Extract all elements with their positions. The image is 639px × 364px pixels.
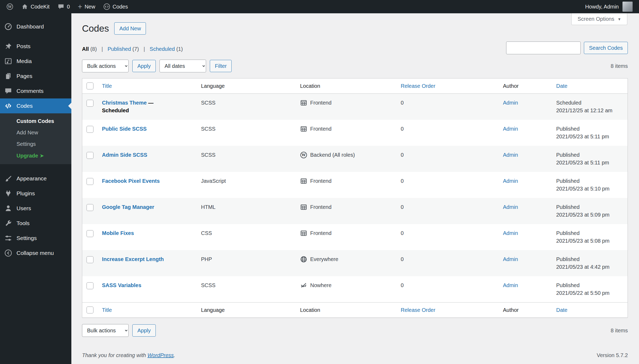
site-name-menu[interactable]: CodeKit: [21, 3, 50, 10]
column-footer-release-order[interactable]: Release Order: [401, 307, 435, 313]
submenu-item-custom-codes[interactable]: Custom Codes: [0, 115, 71, 127]
sidebar-item-label: Tools: [17, 220, 30, 226]
sidebar-item-plugins[interactable]: Plugins: [0, 186, 71, 201]
select-row-checkbox[interactable]: [87, 204, 93, 211]
submenu-item-add-new[interactable]: Add New: [0, 127, 71, 138]
author-link[interactable]: Admin: [503, 282, 518, 288]
sidebar-item-users[interactable]: Users: [0, 201, 71, 216]
table-row: Google Tag Manager HTML Frontend 0 Admin…: [82, 198, 628, 224]
table-footer-row: Title Language Location Release Order Au…: [82, 303, 628, 318]
new-content-menu[interactable]: + New: [78, 3, 95, 10]
footer-thanks-prefix: Thank you for creating with: [82, 352, 148, 358]
apply-button[interactable]: Apply: [132, 60, 156, 72]
view-scheduled[interactable]: Scheduled: [150, 46, 175, 52]
sidebar-item-appearance[interactable]: Appearance: [0, 171, 71, 186]
date-value: 2021/12/25 at 12:12 am: [556, 107, 623, 114]
author-link[interactable]: Admin: [503, 126, 518, 132]
author-link[interactable]: Admin: [503, 204, 518, 210]
submenu-item-settings[interactable]: Settings: [0, 138, 71, 150]
select-all-checkbox[interactable]: [87, 307, 93, 313]
avatar[interactable]: [622, 2, 633, 12]
row-title-link[interactable]: Christmas Theme: [102, 100, 147, 106]
select-row-checkbox[interactable]: [87, 256, 93, 263]
view-published[interactable]: Published: [108, 46, 131, 52]
sidebar-item-media[interactable]: Media: [0, 54, 71, 69]
codes-submenu: Custom Codes Add New Settings Upgrade ➤: [0, 113, 71, 164]
collapse-menu-button[interactable]: Collapse menu: [0, 246, 71, 260]
row-title-link[interactable]: Admin Side SCSS: [102, 152, 147, 158]
select-row-checkbox[interactable]: [87, 152, 93, 159]
row-title-link[interactable]: Public Side SCSS: [102, 126, 147, 132]
table-row: Increase Excerpt Length PHP Everywhere 0…: [82, 250, 628, 276]
author-link[interactable]: Admin: [503, 152, 518, 158]
codes-toolbar-menu[interactable]: Codes: [103, 3, 128, 10]
page-title: Codes: [82, 23, 109, 34]
release-order-cell: 0: [396, 146, 499, 172]
wp-logo-menu[interactable]: [6, 3, 13, 10]
sidebar-item-tools[interactable]: Tools: [0, 216, 71, 231]
select-row-checkbox[interactable]: [87, 100, 93, 107]
column-footer-title[interactable]: Title: [102, 307, 112, 313]
howdy-account-link[interactable]: Howdy, Admin: [585, 4, 619, 10]
author-link[interactable]: Admin: [503, 178, 518, 184]
view-scheduled-count: (1): [176, 46, 183, 52]
author-link[interactable]: Admin: [503, 256, 518, 262]
location-label: Frontend: [310, 177, 331, 185]
column-header-title[interactable]: Title: [102, 83, 112, 89]
row-title-link[interactable]: Google Tag Manager: [102, 204, 154, 210]
author-link[interactable]: Admin: [503, 100, 518, 106]
screen-options-button[interactable]: Screen Options ▼: [571, 13, 627, 25]
row-title-link[interactable]: Increase Excerpt Length: [102, 256, 164, 262]
location-icon: [300, 282, 307, 289]
sidebar-item-codes[interactable]: Codes: [0, 98, 71, 113]
view-all[interactable]: All: [82, 46, 89, 52]
date-status: Published: [556, 282, 623, 289]
comment-bubble-icon: [58, 3, 64, 10]
row-title-link[interactable]: SASS Variables: [102, 282, 141, 288]
search-codes-button[interactable]: Search Codes: [584, 42, 628, 54]
location-cell: Frontend: [300, 203, 392, 211]
bulk-actions-select[interactable]: Bulk actions: [82, 60, 129, 72]
author-link[interactable]: Admin: [503, 230, 518, 236]
sidebar-item-dashboard[interactable]: Dashboard: [0, 19, 71, 34]
sidebar-item-pages[interactable]: Pages: [0, 69, 71, 84]
add-new-button[interactable]: Add New: [114, 22, 146, 35]
release-order-cell: 0: [396, 198, 499, 224]
dates-filter-select[interactable]: All dates: [159, 60, 206, 72]
column-header-release-order[interactable]: Release Order: [401, 83, 435, 89]
column-footer-language: Language: [197, 303, 296, 318]
location-cell: Everywhere: [300, 255, 392, 263]
column-header-date[interactable]: Date: [556, 83, 567, 89]
select-row-checkbox[interactable]: [87, 230, 93, 237]
sidebar-item-comments[interactable]: Comments: [0, 84, 71, 98]
column-header-language: Language: [197, 78, 296, 94]
sidebar-item-settings[interactable]: Settings: [0, 231, 71, 246]
comments-menu[interactable]: 0: [58, 3, 70, 10]
submenu-item-upgrade[interactable]: Upgrade ➤: [0, 150, 71, 162]
version-text: Version 5.7.2: [597, 352, 628, 358]
location-label: Backend (All roles): [310, 151, 355, 159]
release-order-cell: 0: [396, 276, 499, 303]
chevron-down-icon: ▼: [617, 17, 621, 21]
search-input[interactable]: [506, 42, 581, 54]
release-order-cell: 0: [396, 120, 499, 146]
codes-badge-icon: [103, 3, 110, 10]
table-row: Christmas Theme — Scheduled SCSS Fronten…: [82, 94, 628, 120]
select-all-checkbox[interactable]: [87, 82, 93, 89]
release-order-cell: 0: [396, 224, 499, 250]
bulk-actions-select-bottom[interactable]: Bulk actions: [82, 324, 129, 337]
column-footer-date[interactable]: Date: [556, 307, 567, 313]
select-row-checkbox[interactable]: [87, 126, 93, 133]
column-header-author: Author: [499, 78, 552, 94]
row-title-link[interactable]: Facebook Pixel Events: [102, 178, 160, 184]
select-row-checkbox[interactable]: [87, 282, 93, 289]
wordpress-link[interactable]: WordPress: [148, 352, 174, 358]
sidebar-item-posts[interactable]: Posts: [0, 39, 71, 54]
row-title-link[interactable]: Mobile Fixes: [102, 230, 134, 236]
apply-button-bottom[interactable]: Apply: [132, 324, 156, 337]
select-row-checkbox[interactable]: [87, 178, 93, 185]
date-status: Published: [556, 229, 623, 237]
date-status: Published: [556, 255, 623, 263]
date-cell: Published2021/05/23 at 5:09 pm: [552, 198, 628, 224]
filter-button[interactable]: Filter: [210, 60, 232, 72]
